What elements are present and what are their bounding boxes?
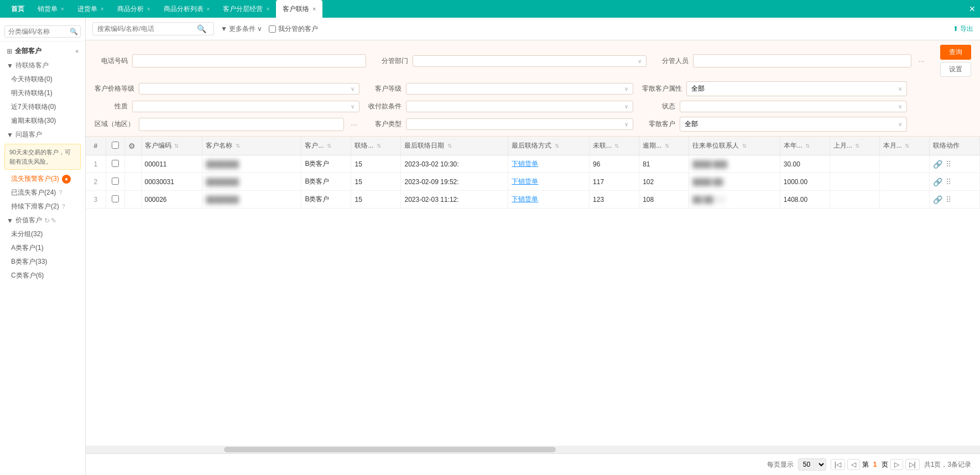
filter-customer-type-label: 客户类型 — [368, 119, 402, 129]
row-2-last-method-link[interactable]: 下销货单 — [512, 178, 538, 185]
row-3-unit-contact-blurred: ██ ██ — [692, 196, 726, 203]
filter-customer-level-select[interactable]: ∨ — [406, 83, 633, 95]
close-sales-icon[interactable]: × — [61, 6, 64, 12]
row-2-link-icon[interactable]: 🔗 — [933, 178, 942, 186]
sidebar-item-today-pending[interactable]: 今天待联络(0) — [0, 72, 85, 86]
more-conditions-button[interactable]: ▼ 更多条件 ∨ — [221, 24, 262, 34]
sidebar-item-class-b[interactable]: B类客户(33) — [0, 255, 85, 269]
sidebar-section-problem[interactable]: ▼ 问题客户 — [0, 128, 85, 142]
row-2-last-month — [830, 173, 879, 191]
filter-gender-select[interactable]: ∨ — [132, 101, 359, 112]
col-unit-contact-sort-icon[interactable]: ⇅ — [742, 143, 747, 149]
sidebar-item-class-c[interactable]: C类客户(6) — [0, 269, 85, 283]
filter-price-level-select[interactable]: ∨ — [139, 83, 359, 95]
sidebar-item-churn-warning[interactable]: 流失预警客户(3) ● — [0, 172, 85, 186]
sidebar-item-class-a[interactable]: A类客户(1) — [0, 241, 85, 255]
filter-retail-select[interactable]: 全部 ∨ — [680, 117, 907, 132]
col-name-sort-icon[interactable]: ⇅ — [236, 143, 240, 149]
col-overdue-sort-icon[interactable]: ⇅ — [665, 143, 669, 149]
col-this-month-sort-icon[interactable]: ⇅ — [905, 143, 909, 149]
col-unlinked-sort-icon[interactable]: ⇅ — [614, 143, 619, 149]
region-dots-icon[interactable]: ··· — [348, 120, 359, 129]
filter-dept-select[interactable]: ∨ — [413, 55, 647, 67]
row-3-checkbox[interactable] — [112, 195, 119, 202]
col-last-method-sort-icon[interactable]: ⇅ — [555, 143, 559, 149]
row-1-checkbox[interactable] — [112, 160, 119, 167]
refresh-value-icon[interactable]: ↻ — [44, 217, 50, 225]
last-page-button[interactable]: ▷| — [905, 459, 920, 470]
filter-row-3: 性质 ∨ 收付款条件 ∨ 状态 ∨ — [95, 101, 971, 112]
sidebar-item-overdue-pending[interactable]: 逾期未联络(30) — [0, 114, 85, 128]
row-1-more-icon[interactable]: ⠿ — [946, 160, 951, 169]
sidebar-all-customers[interactable]: ⊞ 全部客户 « — [0, 44, 85, 59]
filter-status-select[interactable]: ∨ — [680, 101, 907, 112]
filter-payment-select[interactable]: ∨ — [406, 101, 633, 112]
status-arrow: ∨ — [898, 103, 902, 109]
filter-manager-input[interactable] — [693, 54, 911, 67]
col-this-year-sort-icon[interactable]: ⇅ — [805, 143, 810, 149]
tab-customer-link[interactable]: 客户联络 × — [276, 0, 322, 18]
page-number: 1 — [871, 461, 879, 468]
sidebar-item-ungrouped[interactable]: 未分组(32) — [0, 227, 85, 241]
row-1-link-icon[interactable]: 🔗 — [933, 160, 942, 169]
tab-home[interactable]: 首页 — [4, 0, 31, 18]
query-button[interactable]: 查询 — [940, 45, 971, 60]
settings-button[interactable]: 设置 — [940, 62, 971, 77]
search-button-icon[interactable]: 🔍 — [197, 24, 206, 33]
tab-customer-tier[interactable]: 客户分层经营 × — [216, 0, 276, 18]
export-button[interactable]: ⬆ 导出 — [953, 24, 973, 34]
my-customers-checkbox[interactable] — [269, 25, 276, 33]
row-2-more-icon[interactable]: ⠿ — [946, 178, 951, 186]
sidebar-item-churned[interactable]: 已流失客户(24) ? — [0, 186, 85, 200]
tab-analysis[interactable]: 商品分析 × — [111, 0, 157, 18]
tab-purchase[interactable]: 进货单 × — [71, 0, 111, 18]
row-3-num: 3 — [86, 191, 106, 208]
filter-actions: 查询 设置 — [940, 45, 971, 77]
filter-customer-type-select[interactable]: ∨ — [406, 118, 633, 130]
first-page-button[interactable]: |◁ — [831, 459, 845, 470]
next-page-button[interactable]: ▷ — [890, 459, 903, 470]
collapse-icon: « — [75, 48, 79, 54]
sidebar-item-7days-pending[interactable]: 近7天待联络(0) — [0, 100, 85, 114]
col-type-sort-icon[interactable]: ⇅ — [327, 143, 331, 149]
close-customer-tier-icon[interactable]: × — [266, 6, 269, 12]
row-2-last-method: 下销货单 — [508, 173, 590, 191]
column-settings-gear-icon[interactable]: ⚙ — [128, 142, 135, 150]
tab-sales[interactable]: 销货单 × — [31, 0, 71, 18]
row-3-more-icon[interactable]: ⠿ — [946, 195, 951, 204]
horizontal-scrollbar[interactable] — [86, 446, 980, 453]
col-this-month: 本月... ⇅ — [879, 137, 929, 155]
filter-region-field: 区域（地区） ··· — [95, 118, 368, 131]
sidebar-section-value[interactable]: ▼ 价值客户 ↻ ✎ — [0, 213, 85, 227]
filter-region-input[interactable] — [139, 118, 344, 131]
prev-page-button[interactable]: ◁ — [847, 459, 860, 470]
close-customer-link-icon[interactable]: × — [312, 6, 316, 12]
row-1-last-method-link[interactable]: 下销货单 — [512, 160, 538, 168]
table-row: 3 000026 ███████ B类客户 15 2023-02-03 11:1… — [86, 191, 980, 208]
per-page-select[interactable]: 50 100 200 — [798, 458, 826, 471]
sidebar-section-pending[interactable]: ▼ 待联络客户 — [0, 59, 85, 72]
col-last-date-sort-icon[interactable]: ⇅ — [447, 143, 452, 149]
col-code-sort-icon[interactable]: ⇅ — [174, 143, 179, 149]
col-last-month-sort-icon[interactable]: ⇅ — [855, 143, 859, 149]
filter-phone-label: 电话号码 — [95, 56, 128, 66]
row-3-last-method-link[interactable]: 下销货单 — [512, 195, 538, 203]
col-action: 联络动作 — [929, 137, 979, 155]
sidebar-item-declining[interactable]: 持续下滑客户(2) ? — [0, 200, 85, 213]
col-contact-sort-icon[interactable]: ⇅ — [377, 143, 381, 149]
close-analysis-icon[interactable]: × — [147, 6, 150, 12]
scrollbar-thumb[interactable] — [224, 447, 556, 452]
close-analysis-list-icon[interactable]: × — [207, 6, 210, 12]
manager-dots-icon[interactable]: ··· — [916, 56, 927, 65]
edit-value-icon[interactable]: ✎ — [51, 217, 56, 225]
filter-phone-input[interactable] — [132, 54, 366, 67]
row-2-checkbox[interactable] — [112, 178, 119, 185]
close-all-button[interactable]: ✕ — [969, 4, 976, 13]
sidebar-item-tomorrow-pending[interactable]: 明天待联络(1) — [0, 86, 85, 100]
tab-analysis-list[interactable]: 商品分析列表 × — [157, 0, 217, 18]
select-all-checkbox[interactable] — [112, 142, 119, 149]
row-3-link-icon[interactable]: 🔗 — [933, 195, 942, 204]
search-input[interactable] — [97, 25, 197, 33]
close-purchase-icon[interactable]: × — [101, 6, 104, 12]
filter-zero-attr-select[interactable]: 全部 ∨ — [686, 81, 907, 96]
